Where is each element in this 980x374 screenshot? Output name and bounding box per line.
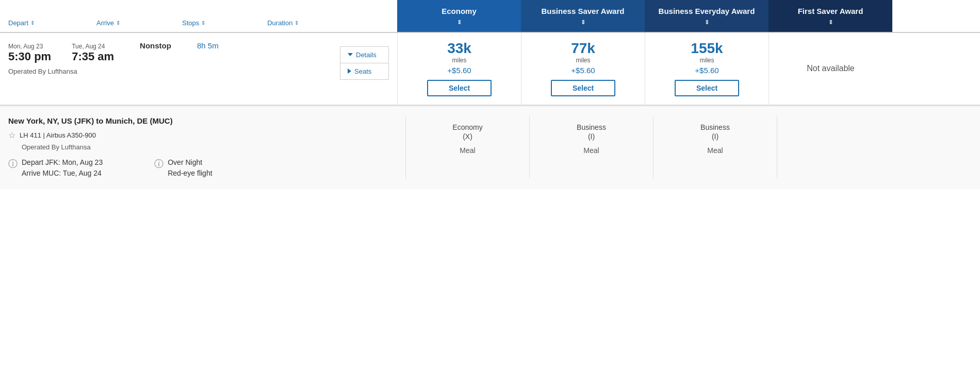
business-saver-sort-arrows[interactable]: ⇕ — [581, 19, 585, 26]
flight-row: Mon, Aug 23 5:30 pm Tue, Aug 24 7:35 am … — [0, 33, 980, 105]
stops-value: Nonstop — [140, 41, 171, 50]
details-operated-by: Operated By Lufthansa — [22, 143, 395, 151]
seats-triangle-icon — [348, 69, 351, 74]
business-saver-details-cell: Business (I) Meal — [529, 116, 653, 179]
seats-label: Seats — [354, 67, 371, 75]
depart-label: Depart — [8, 19, 28, 27]
first-saver-not-available: Not available — [807, 64, 855, 73]
arrive-date: Tue, Aug 24 — [72, 43, 114, 50]
details-row: New York, NY, US (JFK) to Munich, DE (MU… — [8, 116, 972, 179]
first-saver-header-label: First Saver Award — [798, 6, 863, 16]
business-everyday-miles-label: miles — [699, 57, 714, 64]
flight-times-row: Mon, Aug 23 5:30 pm Tue, Aug 24 7:35 am … — [8, 41, 330, 63]
column-headers: Depart ⇕ Arrive ⇕ Stops ⇕ Duration ⇕ Eco… — [0, 0, 980, 33]
business-saver-award-cell: 77k miles +$5.60 Select — [521, 33, 645, 105]
economy-miles: 33k — [447, 41, 471, 56]
flight-search-results: Depart ⇕ Arrive ⇕ Stops ⇕ Duration ⇕ Eco… — [0, 0, 980, 189]
flight-left-section: Mon, Aug 23 5:30 pm Tue, Aug 24 7:35 am … — [0, 33, 397, 105]
business-everyday-details-cell: Business (I) Meal — [653, 116, 777, 179]
business-saver-plus-cash: +$5.60 — [571, 66, 595, 75]
duration-sort-icon: ⇕ — [295, 20, 299, 26]
business-saver-header-label: Business Saver Award — [542, 6, 625, 16]
overnight-info: ⓘ Over Night Red-eye flight — [154, 157, 212, 179]
economy-plus-cash: +$5.60 — [447, 66, 471, 75]
overnight-text: Over Night Red-eye flight — [168, 157, 212, 179]
duration-label: Duration — [267, 19, 292, 27]
business-everyday-select-button[interactable]: Select — [675, 80, 739, 96]
business-everyday-meal-label: Meal — [707, 146, 723, 155]
business-everyday-class-label: Business (I) — [700, 123, 730, 141]
business-saver-select-button[interactable]: Select — [551, 80, 615, 96]
business-saver-miles-label: miles — [576, 57, 590, 64]
details-button[interactable]: Details — [340, 47, 388, 63]
depart-date: Mon, Aug 23 — [8, 43, 51, 50]
depart-sort-icon: ⇕ — [30, 20, 35, 26]
first-saver-award-cell: Not available — [769, 33, 892, 105]
details-info-row: ⓘ Depart JFK: Mon, Aug 23 Arrive MUC: Tu… — [8, 157, 395, 179]
stops-sort[interactable]: Stops ⇕ — [182, 19, 205, 27]
first-saver-sort-arrows[interactable]: ⇕ — [828, 19, 833, 26]
depart-block: Mon, Aug 23 5:30 pm — [8, 43, 51, 63]
details-triangle-icon — [348, 53, 353, 56]
operated-by: Operated By Lufthansa — [8, 67, 330, 75]
depart-arrive-info: ⓘ Depart JFK: Mon, Aug 23 Arrive MUC: Tu… — [8, 157, 103, 179]
flight-actions: Details Seats — [340, 46, 389, 80]
economy-meal-label: Meal — [460, 146, 475, 155]
arrive-sort[interactable]: Arrive ⇕ — [96, 19, 120, 27]
business-everyday-header: Business Everyday Award ⇕ — [645, 0, 769, 32]
arrive-sort-icon: ⇕ — [116, 20, 120, 26]
details-label: Details — [356, 51, 377, 59]
business-saver-meal-label: Meal — [583, 146, 599, 155]
business-everyday-miles: 155k — [691, 41, 723, 56]
depart-sort[interactable]: Depart ⇕ — [8, 19, 35, 27]
economy-select-button[interactable]: Select — [427, 80, 492, 96]
stops-sort-icon: ⇕ — [201, 20, 205, 26]
business-everyday-sort-arrows[interactable]: ⇕ — [705, 19, 709, 26]
first-saver-header: First Saver Award ⇕ — [769, 0, 892, 32]
info-circle-icon-1: ⓘ — [8, 158, 18, 170]
stops-label: Stops — [182, 19, 199, 27]
flight-number: LH 411 | Airbus A350-900 — [20, 131, 96, 139]
depart-time: 5:30 pm — [8, 50, 51, 63]
arrive-block: Tue, Aug 24 7:35 am — [72, 43, 114, 63]
business-saver-header: Business Saver Award ⇕ — [521, 0, 645, 32]
arrive-time: 7:35 am — [72, 50, 114, 63]
details-panel: New York, NY, US (JFK) to Munich, DE (MU… — [0, 105, 980, 189]
business-saver-miles: 77k — [571, 41, 595, 56]
first-saver-details-cell — [777, 116, 901, 179]
seats-button[interactable]: Seats — [340, 63, 388, 79]
economy-details-cell: Economy (X) Meal — [405, 116, 529, 179]
economy-sort-arrows[interactable]: ⇕ — [457, 19, 462, 26]
business-everyday-plus-cash: +$5.60 — [695, 66, 718, 75]
info-circle-icon-2: ⓘ — [154, 158, 164, 170]
flight-text-block: Mon, Aug 23 5:30 pm Tue, Aug 24 7:35 am … — [8, 41, 330, 75]
business-everyday-header-label: Business Everyday Award — [659, 6, 755, 16]
business-saver-class-label: Business (I) — [577, 123, 606, 141]
star-alliance-icon: ☆ — [8, 130, 15, 140]
duration-sort[interactable]: Duration ⇕ — [267, 19, 299, 27]
economy-miles-label: miles — [452, 57, 466, 64]
arrive-label: Arrive — [96, 19, 114, 27]
economy-header: Economy ⇕ — [397, 0, 521, 32]
economy-award-cell: 33k miles +$5.60 Select — [397, 33, 521, 105]
flight-row-inner: Mon, Aug 23 5:30 pm Tue, Aug 24 7:35 am … — [0, 33, 980, 105]
business-everyday-award-cell: 155k miles +$5.60 Select — [645, 33, 769, 105]
flight-column-headers: Depart ⇕ Arrive ⇕ Stops ⇕ Duration ⇕ — [0, 0, 397, 32]
details-route: New York, NY, US (JFK) to Munich, DE (MU… — [8, 116, 395, 125]
economy-header-label: Economy — [442, 6, 477, 16]
flight-num-row: ☆ LH 411 | Airbus A350-900 — [8, 130, 395, 140]
economy-class-label: Economy (X) — [452, 123, 482, 141]
depart-arrive-text: Depart JFK: Mon, Aug 23 Arrive MUC: Tue,… — [22, 157, 103, 179]
duration-value: 8h 5m — [197, 41, 219, 50]
details-left: New York, NY, US (JFK) to Munich, DE (MU… — [8, 116, 405, 179]
